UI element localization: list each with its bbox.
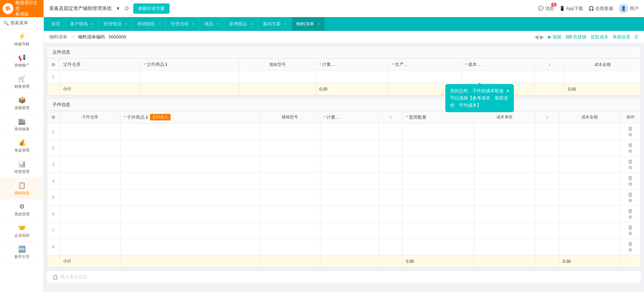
sidebar-item-guide[interactable]: 🆕新手引导 — [0, 242, 44, 263]
child-unit-cost-1[interactable] — [474, 124, 535, 140]
copy-btn-1[interactable]: ⊕ — [628, 131, 633, 137]
sidebar-item-purchase[interactable]: 📦采购管理 — [0, 93, 44, 114]
extract-cost-btn[interactable]: 提取成本 — [591, 34, 608, 40]
tab-bom[interactable]: 物料清单× — [292, 17, 325, 31]
copy-btn-8[interactable]: ⊕ — [628, 247, 633, 253]
child-goods-5[interactable] — [121, 189, 259, 206]
child-qty-3[interactable] — [402, 156, 474, 173]
child-unit-cost-6[interactable] — [474, 206, 535, 222]
child-warehouse-8[interactable] — [60, 239, 121, 255]
child-spec-4[interactable] — [259, 173, 320, 189]
child-qty-6[interactable] — [402, 206, 474, 222]
tab-profit[interactable]: 利润报告× — [133, 17, 166, 31]
child-unit-7[interactable] — [320, 222, 379, 239]
delete-btn-3[interactable]: 🗑 — [628, 159, 633, 164]
tab-home[interactable]: 首页 — [47, 17, 65, 31]
delete-btn-4[interactable]: 🗑 — [628, 175, 633, 181]
remarks-placeholder[interactable]: 输入备注信息 — [61, 274, 87, 280]
breadcrumb-home[interactable]: 物料清单 — [49, 34, 67, 40]
view-btn[interactable]: ▶ 视频 — [548, 34, 561, 40]
copy-btn-2[interactable]: ⊕ — [628, 148, 633, 154]
parent-settings-icon[interactable]: ⚙ — [51, 62, 55, 67]
child-goods-4[interactable] — [121, 173, 259, 189]
copy-btn-5[interactable]: ⊕ — [628, 197, 633, 203]
parent-cost-cell[interactable] — [462, 71, 535, 83]
child-unit-cost-4[interactable] — [474, 173, 535, 189]
delete-btn-5[interactable]: 🗑 — [628, 191, 633, 197]
sidebar-item-basic-info[interactable]: 📋基础信息 — [0, 178, 44, 199]
shortcut-btn[interactable]: ⌨ 快捷键 — [566, 34, 586, 40]
delete-btn-2[interactable]: 🗑 — [628, 142, 633, 148]
child-spec-6[interactable] — [259, 206, 320, 222]
child-goods-7[interactable] — [121, 222, 259, 239]
sidebar-item-marketing[interactable]: 📢营销推广 — [0, 50, 44, 72]
tab-new-goods[interactable]: 新增商品× — [224, 17, 258, 31]
child-unit-3[interactable] — [320, 156, 379, 173]
copy-btn-3[interactable]: ⊕ — [628, 164, 633, 170]
system-select[interactable]: ▼ — [116, 6, 120, 11]
child-warehouse-4[interactable] — [60, 173, 121, 189]
sidebar-item-inventory[interactable]: 🏬库存核算 — [0, 114, 44, 136]
sidebar-item-enterprise[interactable]: 🤝企业协同 — [0, 221, 44, 242]
child-unit-cost-8[interactable] — [474, 239, 535, 255]
child-goods-1[interactable] — [121, 124, 259, 140]
child-warehouse-7[interactable] — [60, 222, 121, 239]
child-unit-cost-7[interactable] — [474, 222, 535, 239]
tab-close-bom[interactable]: × — [318, 22, 320, 26]
child-warehouse-6[interactable] — [60, 206, 121, 222]
child-unit-2[interactable] — [320, 140, 379, 156]
child-unit-cost-5[interactable] — [474, 189, 535, 206]
child-qty-1[interactable] — [402, 124, 474, 140]
child-warehouse-2[interactable] — [60, 140, 121, 156]
message-button[interactable]: 💬 6 消息 — [538, 5, 554, 12]
child-warehouse-1[interactable] — [60, 124, 121, 140]
sidebar-item-finance[interactable]: 💰资金管理 — [0, 136, 44, 157]
tab-close-profit[interactable]: × — [159, 22, 161, 26]
next-arrow[interactable]: ▶ — [540, 34, 544, 40]
single-setting-btn[interactable]: 单据设置 — [612, 34, 630, 40]
delete-btn-8[interactable]: 🗑 — [628, 241, 633, 247]
sidebar-search[interactable]: 🔍 搜索菜单 — [0, 17, 44, 29]
tab-close-barcode[interactable]: × — [284, 22, 286, 26]
tab-operations[interactable]: 经营情况× — [99, 17, 133, 31]
child-qty-7[interactable] — [402, 222, 474, 239]
child-unit-6[interactable] — [320, 206, 379, 222]
child-unit-8[interactable] — [320, 239, 379, 255]
delete-btn-7[interactable]: 🗑 — [628, 224, 633, 230]
tab-close-history[interactable]: × — [192, 22, 195, 26]
tab-close-customer[interactable]: × — [91, 22, 94, 26]
child-goods-3[interactable] — [121, 156, 259, 173]
child-warehouse-3[interactable] — [60, 156, 121, 173]
copy-btn-7[interactable]: ⊕ — [628, 230, 633, 236]
online-service-button[interactable]: 🎧 在线客服 — [589, 5, 613, 12]
child-spec-3[interactable] — [259, 156, 320, 173]
sidebar-item-quick-nav[interactable]: ⚡快捷导航 — [0, 29, 44, 50]
parent-warehouse-cell[interactable] — [60, 71, 140, 83]
child-spec-5[interactable] — [259, 189, 320, 206]
child-unit-5[interactable] — [320, 189, 379, 206]
child-qty-2[interactable] — [402, 140, 474, 156]
app-download-button[interactable]: 📱 App下载 — [559, 5, 583, 12]
tab-barcode[interactable]: 条码方案× — [258, 17, 292, 31]
sidebar-item-sales[interactable]: 🛒销售管理 — [0, 72, 44, 93]
prev-arrow[interactable]: ◀ — [534, 34, 538, 40]
delete-btn-1[interactable]: 🗑 — [628, 126, 633, 131]
parent-goods-cell[interactable] — [140, 71, 239, 83]
parent-unit-cell[interactable] — [316, 71, 389, 83]
child-goods-2[interactable] — [121, 140, 259, 156]
child-qty-4[interactable] — [402, 173, 474, 189]
parent-spec-cell[interactable] — [239, 71, 316, 83]
trial-button[interactable]: 体验行业方案 — [133, 3, 170, 14]
tab-history[interactable]: 经营历程× — [166, 17, 200, 31]
child-unit-cost-2[interactable] — [474, 140, 535, 156]
copy-btn-6[interactable]: ⊕ — [628, 214, 633, 220]
tab-close-goods[interactable]: × — [217, 22, 219, 26]
child-settings-icon[interactable]: ⚙ — [51, 115, 55, 120]
scan-badge[interactable]: 扫码录入 — [150, 114, 171, 120]
sidebar-item-system[interactable]: ⚙系统管理 — [0, 199, 44, 221]
gear-icon[interactable]: ⚙ — [124, 5, 129, 12]
child-warehouse-5[interactable] — [60, 189, 121, 206]
parent-production-cell[interactable] — [389, 71, 462, 83]
tab-close-operations[interactable]: × — [125, 22, 127, 26]
child-unit-1[interactable] — [320, 124, 379, 140]
